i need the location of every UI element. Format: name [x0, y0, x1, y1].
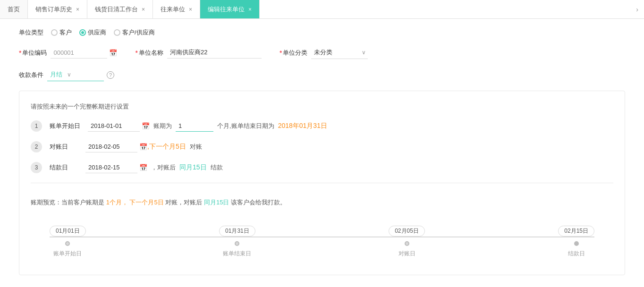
- preview-1month: 1个月，: [106, 199, 128, 206]
- period-cal-3[interactable]: 📅: [139, 164, 147, 171]
- timeline-badge-1: 01月01日: [50, 226, 86, 236]
- panel-divider: [31, 183, 613, 183]
- unit-code-icon[interactable]: 📅: [109, 49, 117, 57]
- period-text-3a: ，对账后: [151, 163, 176, 172]
- timeline-dot-4: [574, 241, 579, 246]
- preview-mid: 对账，对账后: [165, 199, 202, 206]
- tab-sales-order-history[interactable]: 销售订单历史 ×: [28, 0, 87, 18]
- period-panel: 请按照未来的一个完整帐期进行设置 1 账单开始日 📅 账期为 个月,账单结束日期…: [19, 91, 625, 275]
- radio-supplier[interactable]: 供应商: [79, 28, 106, 37]
- unit-name-label: 单位名称: [139, 49, 163, 57]
- timeline-sublabel-2: 账单结束日: [223, 250, 251, 258]
- payment-help-icon[interactable]: ?: [107, 71, 114, 79]
- unit-name-input[interactable]: [167, 47, 262, 59]
- period-label-2: 对账日: [50, 143, 78, 151]
- period-number-2: 2: [31, 141, 42, 152]
- unit-name-group: * 单位名称: [135, 47, 261, 59]
- unit-code-group: * 单位编码 📅: [19, 47, 117, 59]
- period-cal-2[interactable]: 📅: [139, 143, 147, 151]
- panel-title: 请按照未来的一个完整帐期进行设置: [31, 102, 613, 111]
- tab-sales-label: 销售订单历史: [35, 5, 72, 14]
- timeline-dot-1: [65, 241, 70, 246]
- timeline-point-3: 02月05日 对账日: [389, 226, 425, 258]
- payment-condition-arrow: ∨: [65, 71, 73, 78]
- period-number-1: 1: [31, 120, 42, 132]
- payment-condition-select[interactable]: 月结 ∨: [47, 68, 104, 81]
- period-text-3b: 结款: [211, 163, 223, 172]
- radio-customer[interactable]: 客户: [51, 28, 72, 37]
- unit-name-star: *: [135, 49, 137, 57]
- period-cal-1[interactable]: 📅: [142, 122, 150, 130]
- timeline-badge-3: 02月05日: [389, 226, 425, 236]
- radio-supplier-label: 供应商: [88, 28, 106, 37]
- unit-code-input[interactable]: [51, 47, 107, 59]
- payment-condition-group: 收款条件 月结 ∨ ?: [19, 68, 114, 81]
- payment-condition-row: 收款条件 月结 ∨ ?: [19, 68, 625, 81]
- tab-partner-close[interactable]: ×: [189, 6, 192, 13]
- radio-customer-circle: [51, 29, 58, 36]
- period-date-3[interactable]: [85, 162, 137, 173]
- timeline-sublabel-4: 结款日: [568, 250, 585, 258]
- period-number-3: 3: [31, 162, 42, 173]
- period-row-1: 1 账单开始日 📅 账期为 个月,账单结束日期为 2018年01月31日: [31, 120, 613, 132]
- tab-home-label: 首页: [8, 5, 20, 14]
- preview-label: 账期预览：当前客户账期是: [31, 199, 104, 206]
- period-month-input[interactable]: [176, 120, 213, 132]
- period-text-1b: 个月,账单结束日期为: [217, 122, 274, 130]
- period-text-1a: 账期为: [153, 122, 172, 130]
- tab-home[interactable]: 首页: [0, 0, 28, 18]
- timeline-dot-3: [405, 241, 409, 246]
- preview-same15: 同月15日: [204, 199, 229, 206]
- preview-text: 账期预览：当前客户账期是 1个月， 下一个月5日 对账，对账后 同月15日 该客…: [31, 191, 613, 207]
- unit-code-star: *: [19, 49, 21, 57]
- tab-edit-close[interactable]: ×: [248, 6, 252, 13]
- unit-category-group: * 单位分类 未分类 ∨: [280, 46, 368, 59]
- unit-type-label: 单位类型: [19, 28, 43, 37]
- unit-category-arrow: ∨: [360, 49, 368, 56]
- main-content: 单位类型 客户 供应商 客户/供应商 * 单位编码: [0, 19, 644, 287]
- unit-category-select[interactable]: 未分类 ∨: [311, 46, 368, 59]
- preview-end: 该客户会给我打款。: [231, 199, 286, 206]
- tab-cash-label: 钱货日清工作台: [95, 5, 138, 14]
- period-date-1[interactable]: [88, 120, 140, 132]
- radio-both-label: 客户/供应商: [122, 28, 155, 37]
- radio-both[interactable]: 客户/供应商: [114, 28, 155, 37]
- timeline-point-4: 02月15日 结款日: [558, 226, 594, 258]
- period-row-2: 2 对账日 📅 ,下一个月5日 对账: [31, 141, 613, 152]
- preview-next5: 下一个月5日: [129, 199, 163, 206]
- unit-info-row: * 单位编码 📅 * 单位名称 * 单位分类 未分类 ∨: [19, 46, 625, 59]
- tab-edit-label: 编辑往来单位: [208, 5, 245, 14]
- timeline-dot-2: [235, 241, 239, 246]
- timeline-sublabel-3: 对账日: [398, 250, 415, 258]
- timeline: 01月01日 账单开始日 01月31日 账单结束日 02月05日 对账日 02月…: [31, 216, 613, 267]
- tab-cash-close[interactable]: ×: [142, 6, 145, 13]
- unit-category-value: 未分类: [311, 46, 360, 59]
- tab-arrow-icon: ›: [636, 6, 638, 13]
- timeline-points: 01月01日 账单开始日 01月31日 账单结束日 02月05日 对账日 02月…: [50, 226, 594, 258]
- period-same15: 同月15日: [179, 163, 207, 172]
- unit-code-label: 单位编码: [22, 49, 47, 57]
- radio-supplier-circle: [79, 29, 86, 36]
- period-label-1: 账单开始日: [50, 122, 80, 130]
- period-row-3: 3 结款日 📅 ，对账后 同月15日 结款: [31, 162, 613, 173]
- tab-cash-reconciliation[interactable]: 钱货日清工作台 ×: [87, 0, 153, 18]
- unit-category-label: 单位分类: [283, 49, 307, 57]
- timeline-sublabel-1: 账单开始日: [53, 250, 82, 258]
- tab-partner-label: 往来单位: [161, 5, 185, 14]
- radio-both-circle: [114, 29, 120, 36]
- timeline-badge-2: 01月31日: [219, 226, 255, 236]
- period-text-2: 对账: [190, 143, 202, 151]
- payment-condition-value: 月结: [47, 68, 65, 81]
- tab-sales-close[interactable]: ×: [76, 6, 79, 13]
- unit-category-star: *: [280, 49, 282, 57]
- period-label-3: 结款日: [50, 163, 78, 172]
- unit-type-radio-group: 客户 供应商 客户/供应商: [51, 28, 155, 37]
- radio-customer-label: 客户: [59, 28, 72, 37]
- tab-partner-units[interactable]: 往来单位 ×: [153, 0, 200, 18]
- period-next5: ,下一个月5日: [147, 143, 186, 151]
- period-date-2[interactable]: [85, 141, 137, 152]
- tab-more-arrow[interactable]: ›: [630, 0, 644, 18]
- tab-edit-partner[interactable]: 编辑往来单位 ×: [200, 0, 260, 18]
- tab-bar: 首页 销售订单历史 × 钱货日清工作台 × 往来单位 × 编辑往来单位 × ›: [0, 0, 644, 19]
- payment-condition-label: 收款条件: [19, 71, 43, 79]
